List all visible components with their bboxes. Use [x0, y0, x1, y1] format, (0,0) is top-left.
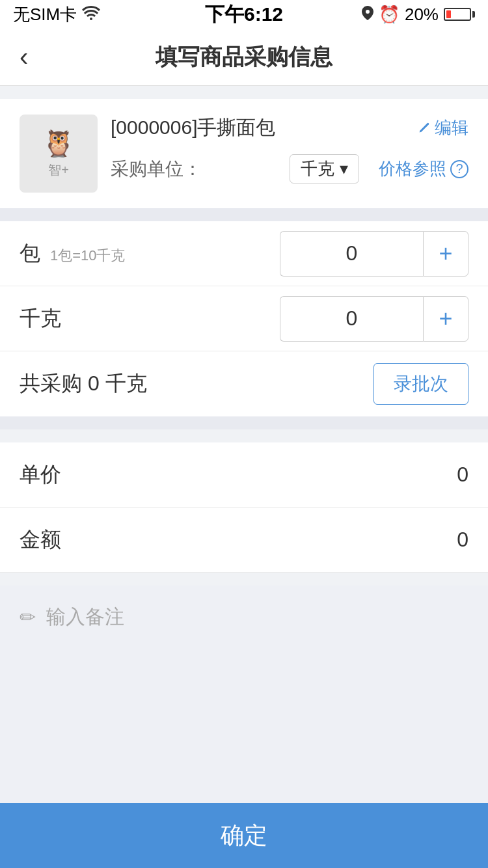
divider-2: [0, 416, 488, 429]
bag-input-row: 包 1包=10千克 +: [0, 221, 488, 286]
product-info: [0000006]手撕面包 编辑 采购单位： 千克 ▾ 价格参照 ?: [111, 115, 468, 183]
kg-input-control: +: [163, 296, 468, 342]
bag-input-control: +: [163, 231, 468, 277]
batch-button[interactable]: 录批次: [373, 363, 468, 405]
unit-price-row: 单价 0: [0, 442, 488, 508]
kg-input-row: 千克 +: [0, 286, 488, 351]
price-section: 单价 0 金额 0: [0, 442, 488, 573]
status-bar-left: 无SIM卡: [13, 3, 100, 26]
product-name: [0000006]手撕面包: [111, 115, 275, 141]
product-thumb-icon: 🦉: [42, 128, 75, 159]
battery-percent: 20%: [405, 5, 439, 25]
status-bar-right: ⏰ 20%: [362, 5, 475, 25]
total-row: 共采购 0 千克 录批次: [0, 351, 488, 416]
kg-label: 千克: [20, 305, 163, 333]
unit-select[interactable]: 千克 ▾: [290, 154, 359, 183]
kg-plus-button[interactable]: +: [423, 296, 468, 342]
amount-label: 金额: [20, 526, 61, 554]
price-ref-button[interactable]: 价格参照 ?: [379, 157, 468, 180]
total-text: 共采购 0 千克: [20, 370, 147, 398]
kg-quantity-input[interactable]: [280, 296, 423, 342]
divider-1: [0, 208, 488, 221]
edit-button[interactable]: 编辑: [418, 116, 468, 139]
price-ref-label: 价格参照: [379, 157, 446, 180]
product-card: 🦉 智+ [0000006]手撕面包 编辑 采购单位： 千克 ▾ 价格参照 ?: [0, 99, 488, 208]
amount-value: 0: [457, 528, 468, 552]
nav-bar: ‹ 填写商品采购信息: [0, 29, 488, 86]
unit-price-value: 0: [457, 463, 468, 487]
price-ref-icon: ?: [450, 160, 468, 178]
back-button[interactable]: ‹: [20, 42, 28, 72]
quantity-section: 包 1包=10千克 + 千克 +: [0, 221, 488, 351]
product-thumbnail: 🦉 智+: [20, 115, 98, 193]
remark-section[interactable]: ✏ 输入备注: [0, 586, 488, 649]
product-unit-row: 采购单位： 千克 ▾ 价格参照 ?: [111, 154, 468, 183]
bag-plus-button[interactable]: +: [423, 231, 468, 277]
unit-price-label: 单价: [20, 461, 61, 489]
carrier-text: 无SIM卡: [13, 3, 77, 26]
product-name-row: [0000006]手撕面包 编辑: [111, 115, 468, 141]
battery-indicator: [444, 8, 475, 21]
wifi-icon: [82, 5, 100, 25]
status-bar: 无SIM卡 下午6:12 ⏰ 20%: [0, 0, 488, 29]
bag-quantity-input[interactable]: [280, 231, 423, 277]
unit-value: 千克: [301, 157, 334, 180]
page-title: 填写商品采购信息: [156, 42, 332, 72]
remark-placeholder: 输入备注: [46, 604, 124, 631]
alarm-icon: ⏰: [379, 5, 400, 25]
confirm-button[interactable]: 确定: [0, 803, 488, 868]
status-bar-time: 下午6:12: [205, 1, 283, 28]
bag-label: 包 1包=10千克: [20, 239, 163, 268]
pencil-icon: ✏: [20, 606, 36, 629]
bag-sub-label: 1包=10千克: [50, 247, 126, 264]
location-icon: [362, 5, 373, 25]
total-price-row: 金额 0: [0, 508, 488, 573]
unit-label: 采购单位：: [111, 157, 202, 182]
unit-dropdown-icon: ▾: [340, 159, 348, 179]
product-thumb-label: 智+: [48, 161, 69, 179]
